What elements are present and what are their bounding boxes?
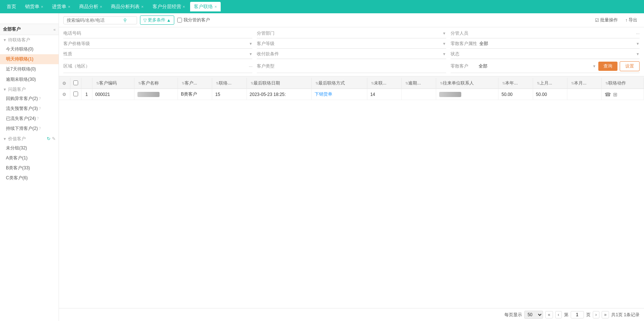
sidebar-item-pending-1[interactable]: 明天待联络(1) (0, 54, 59, 64)
filter-cell-1-0: 客户价格等级 ▼ (63, 41, 252, 49)
my-customers-checkbox[interactable]: 我分管的客户 (177, 17, 210, 23)
th-this_month[interactable]: ⇅本月... (567, 78, 601, 89)
th-customer_name[interactable]: ⇅客户名称 (134, 78, 178, 89)
filter-value-3-2: 全部 (479, 63, 590, 69)
blurred-cell (137, 92, 160, 97)
query-button[interactable]: 查询 (598, 62, 617, 71)
nav-item-4[interactable]: 商品分析列表× (107, 2, 147, 11)
sort-icon-overdue: ⇅ (405, 81, 408, 85)
sidebar-item-pending-3[interactable]: 逾期未联络(30) (0, 75, 59, 84)
page-size-select[interactable]: 50 100 200 (524, 311, 543, 319)
next-page-btn[interactable]: › (593, 311, 599, 318)
td-action-0: ☎ ⊞ (602, 89, 644, 100)
collapse-icon: « (53, 27, 56, 32)
phone-icon[interactable]: ☎ (605, 92, 611, 97)
th-this_year[interactable]: ⇅本年... (498, 78, 533, 89)
sidebar-item-pending-2[interactable]: 近7天待联络(0) (0, 64, 59, 74)
more-filters-btn[interactable]: ▽ 更多条件 ▲ (140, 15, 174, 25)
nav-item-0[interactable]: 首页 (3, 2, 20, 11)
th-checkbox[interactable] (70, 78, 81, 89)
filter-search-icon[interactable]: ⚲ (123, 18, 127, 23)
sidebar-item-value-2[interactable]: B类客户(33) (0, 163, 59, 173)
th-unit_contact[interactable]: ⇅往来单位联系人 (436, 78, 498, 89)
chevron-down-icon: ▼ (636, 42, 640, 46)
td-customer_name-0 (134, 89, 178, 100)
filter-cell-0-2: 分管人员 ··· (451, 30, 640, 38)
th-action[interactable]: ⇅联络动作 (602, 78, 644, 89)
filter-value-1-2[interactable]: 全部 (479, 41, 634, 47)
last-page-btn[interactable]: » (602, 311, 609, 318)
th-last_contact_date[interactable]: ⇅最后联络日期 (246, 78, 311, 89)
nav-item-1[interactable]: 销货单× (21, 2, 47, 11)
th-overdue[interactable]: ⇅逾期... (402, 78, 436, 89)
nav-item-5[interactable]: 客户分层经营× (149, 2, 189, 11)
sidebar-item-value-0[interactable]: 未分组(32) (0, 143, 59, 153)
total-label: 共1页 1条记录 (611, 312, 640, 318)
nav-close-icon-6[interactable]: × (214, 4, 217, 9)
nav-close-icon-1[interactable]: × (41, 4, 43, 9)
filter-label-2-2: 状态 (451, 51, 476, 57)
chevron-down-icon: ▼ (442, 52, 446, 56)
prev-page-btn[interactable]: ‹ (555, 311, 562, 318)
advanced-filter: 电话号码 分管部门 ▼ 分管人员 ··· 客户价格等级 ▼ 客户等级 ▼ 零散 (59, 27, 644, 76)
sidebar-item-problem-2[interactable]: 已流失客户(24)? (0, 114, 59, 124)
sidebar-item-pending-0[interactable]: 今天待联络(0) (0, 44, 59, 54)
group-arrow-2: ▼ (3, 137, 7, 141)
grid-icon[interactable]: ⊞ (613, 92, 617, 97)
sort-icon-last_month: ⇅ (537, 81, 540, 85)
all-customers-label: 全部客户 (3, 26, 21, 32)
filter-label-3-0: 区域（地区） (63, 63, 90, 69)
select-all-checkbox[interactable] (73, 80, 78, 85)
nav-close-icon-5[interactable]: × (183, 4, 185, 9)
first-page-btn[interactable]: « (545, 311, 553, 318)
filter-cell-3-1: 客户类型 (257, 61, 446, 73)
sidebar-item-problem-1[interactable]: 流失预警客户(3)? (0, 104, 59, 114)
last-contact-link[interactable]: 下销货单 (315, 92, 332, 97)
filter-label-1-2: 零散客户属性 (451, 41, 477, 47)
th-customer_type[interactable]: ⇅客户... (178, 78, 212, 89)
gear-icon[interactable]: ⚙ (62, 81, 66, 86)
row-gear-icon[interactable]: ⚙ (62, 92, 66, 97)
batch-op-label: 批量操作 (600, 17, 618, 23)
sidebar-all-customers[interactable]: 全部客户« (0, 24, 59, 35)
sort-icon-last_contact_method: ⇅ (315, 81, 318, 85)
sidebar-item-value-3[interactable]: C类客户(6) (0, 173, 59, 183)
nav-close-icon-2[interactable]: × (68, 4, 70, 9)
chevron-down-icon: ▼ (636, 52, 640, 56)
export-btn[interactable]: ↑ 导出 (623, 16, 640, 24)
th-index[interactable] (81, 78, 92, 89)
sidebar-item-problem-0[interactable]: 回购异常客户(2)? (0, 94, 59, 104)
filter-search-input[interactable] (67, 18, 122, 23)
sidebar: 🔍 全部客户«▼待联络客户今天待联络(0)明天待联络(1)近7天待联络(0)逾期… (0, 13, 59, 321)
page-input[interactable] (571, 311, 584, 318)
group-label-2: 价值客户 (8, 136, 26, 142)
edit-icon-2[interactable]: ✎ (52, 136, 56, 141)
th-gear[interactable]: ⚙ (59, 78, 70, 89)
batch-op-btn[interactable]: ☑ 批量操作 (593, 16, 620, 24)
row-checkbox-0[interactable] (73, 92, 78, 96)
action-icons: ☎ ⊞ (605, 92, 641, 97)
th-not_contacted[interactable]: ⇅未联... (367, 78, 401, 89)
sidebar-item-value-1[interactable]: A类客户(1) (0, 153, 59, 163)
filter-icon: ▽ (143, 18, 147, 23)
nav-item-6[interactable]: 客户联络× (190, 2, 220, 11)
help-icon: ? (39, 106, 41, 111)
th-contact[interactable]: ⇅联络... (212, 78, 246, 89)
nav-close-icon-3[interactable]: × (100, 4, 102, 9)
td-gear-0: ⚙ (59, 89, 70, 100)
td-last_contact_date-0: 2023-05-23 18:25: (246, 89, 311, 100)
sidebar-item-problem-3[interactable]: 持续下滑客户(2)? (0, 124, 59, 134)
settings-button[interactable]: 设置 (620, 61, 640, 71)
sidebar-search-input[interactable] (3, 16, 58, 21)
export-icon: ↑ (625, 18, 627, 23)
th-customer_code[interactable]: ⇅客户编码 (92, 78, 134, 89)
my-customers-check-input[interactable] (177, 18, 182, 23)
th-last_month[interactable]: ⇅上月... (533, 78, 567, 89)
table-row: ⚙1000021 B类客户152023-05-23 18:25:下销货单14 5… (59, 89, 644, 100)
td-overdue-0 (402, 89, 436, 100)
nav-item-3[interactable]: 商品分析× (76, 2, 106, 11)
nav-close-icon-4[interactable]: × (141, 4, 143, 9)
th-last_contact_method[interactable]: ⇅最后联络方式 (311, 78, 367, 89)
nav-item-2[interactable]: 进货单× (48, 2, 74, 11)
refresh-icon-2[interactable]: ↻ (47, 136, 50, 141)
